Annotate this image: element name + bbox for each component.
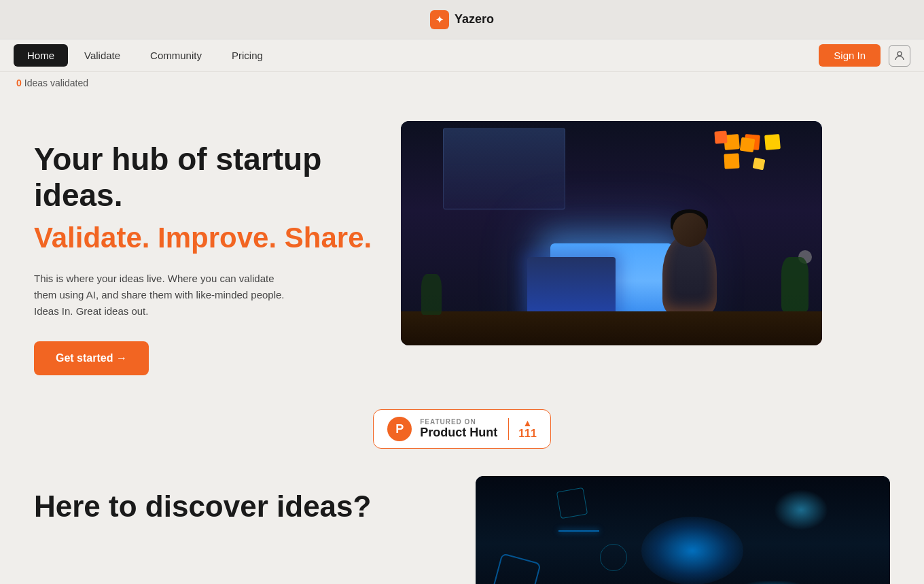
nav-item-pricing[interactable]: Pricing [218,44,277,67]
user-icon[interactable] [889,45,910,67]
stats-bar: 0 Ideas validated [0,72,924,94]
logo-area: ✦ Yazero [430,10,494,29]
product-hunt-area: P FEATURED ON Product Hunt ▲ 111 [0,396,924,469]
hero-subtitle: Validate. Improve. Share. [34,222,374,254]
product-hunt-badge[interactable]: P FEATURED ON Product Hunt ▲ 111 [373,409,551,449]
hero-left: Your hub of startup ideas. Validate. Imp… [34,121,374,375]
discover-image [476,476,890,584]
hero-right [401,121,822,345]
nav-item-community[interactable]: Community [137,44,215,67]
logo-text: Yazero [455,12,494,27]
hero-image [401,121,822,345]
nav-item-home[interactable]: Home [14,44,68,67]
stats-label: Ideas validated [24,78,88,88]
discover-right [476,476,890,584]
logo-icon: ✦ [430,10,449,29]
hero-title: Your hub of startup ideas. [34,141,374,213]
ph-vote-count: 111 [518,428,537,440]
discover-title: Here to discover ideas? [34,489,448,524]
product-hunt-text: FEATURED ON Product Hunt [420,418,497,440]
sign-in-button[interactable]: Sign In [819,44,881,67]
top-bar: ✦ Yazero [0,0,924,39]
ph-name: Product Hunt [420,426,497,440]
hero-section: Your hub of startup ideas. Validate. Imp… [0,94,924,396]
discover-section: Here to discover ideas? [0,469,924,584]
svg-point-0 [898,52,902,56]
nav-right: Sign In [819,44,910,67]
discover-left: Here to discover ideas? [34,476,448,524]
stats-number: 0 [16,78,22,88]
nav-left: Home Validate Community Pricing [14,44,277,67]
ph-votes-area: ▲ 111 [508,418,537,440]
ph-arrow-icon: ▲ [523,418,533,428]
nav-item-validate[interactable]: Validate [71,44,134,67]
nav-bar: Home Validate Community Pricing Sign In [0,39,924,72]
ph-featured-label: FEATURED ON [420,418,497,426]
product-hunt-logo: P [387,417,412,441]
get-started-button[interactable]: Get started → [34,341,149,375]
hero-description: This is where your ideas live. Where you… [34,271,292,320]
